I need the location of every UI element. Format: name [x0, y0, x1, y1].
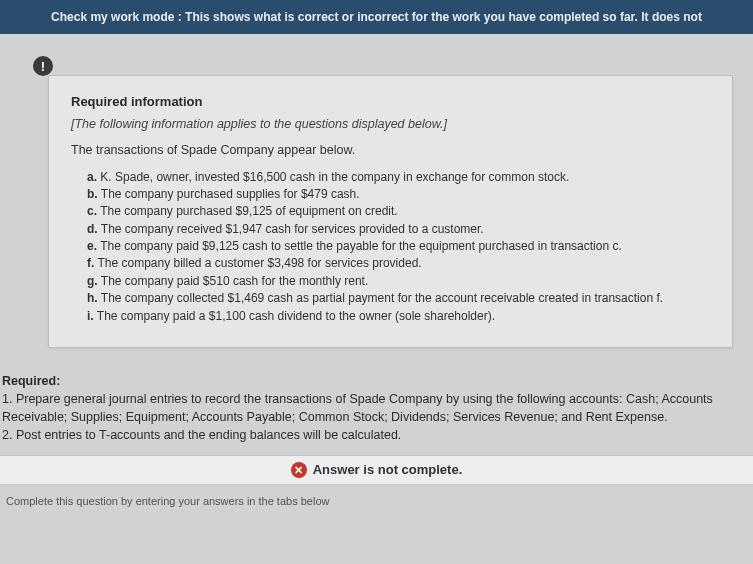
tx-text: The company collected $1,469 cash as par… — [101, 291, 663, 305]
x-circle-icon: ✕ — [291, 462, 307, 478]
list-item: f. The company billed a customer $3,498 … — [71, 255, 710, 272]
tx-letter: e. — [87, 239, 97, 253]
status-bar: ✕Answer is not complete. — [0, 455, 753, 486]
list-item: c. The company purchased $9,125 of equip… — [71, 203, 710, 220]
tx-text: The company paid $510 cash for the month… — [101, 274, 369, 288]
status-text: Answer is not complete. — [313, 462, 463, 477]
cutoff-instruction: Complete this question by entering your … — [6, 495, 753, 507]
required-info-card: Required information [The following info… — [48, 75, 733, 349]
tx-letter: c. — [87, 204, 97, 218]
content-wrapper: ! Required information [The following in… — [0, 34, 753, 507]
tx-letter: a. — [87, 170, 97, 184]
tx-text: The company purchased $9,125 of equipmen… — [100, 204, 398, 218]
required-item-2: 2. Post entries to T-accounts and the en… — [2, 428, 401, 442]
applies-note: [The following information applies to th… — [71, 117, 710, 131]
required-info-heading: Required information — [71, 94, 710, 109]
list-item: g. The company paid $510 cash for the mo… — [71, 273, 710, 290]
tx-text: The company received $1,947 cash for ser… — [101, 222, 484, 236]
tx-letter: g. — [87, 274, 98, 288]
transaction-list: a. K. Spade, owner, invested $16,500 cas… — [71, 169, 710, 326]
x-glyph: ✕ — [294, 464, 303, 477]
intro-text: The transactions of Spade Company appear… — [71, 143, 710, 157]
tx-text: The company purchased supplies for $479 … — [101, 187, 360, 201]
tx-letter: b. — [87, 187, 98, 201]
tx-letter: f. — [87, 256, 94, 270]
tx-letter: i. — [87, 309, 94, 323]
banner-text: Check my work mode : This shows what is … — [51, 10, 702, 24]
alert-icon: ! — [33, 56, 53, 76]
required-label: Required: — [2, 372, 749, 390]
check-work-banner: Check my work mode : This shows what is … — [0, 0, 753, 34]
tx-letter: h. — [87, 291, 98, 305]
list-item: e. The company paid $9,125 cash to settl… — [71, 238, 710, 255]
list-item: h. The company collected $1,469 cash as … — [71, 290, 710, 307]
tx-letter: d. — [87, 222, 98, 236]
tx-text: The company billed a customer $3,498 for… — [97, 256, 421, 270]
required-block: Required: 1. Prepare general journal ent… — [2, 372, 753, 445]
tx-text: K. Spade, owner, invested $16,500 cash i… — [100, 170, 569, 184]
list-item: a. K. Spade, owner, invested $16,500 cas… — [71, 169, 710, 186]
list-item: i. The company paid a $1,100 cash divide… — [71, 308, 710, 325]
alert-glyph: ! — [41, 59, 45, 74]
list-item: d. The company received $1,947 cash for … — [71, 221, 710, 238]
required-item-1: 1. Prepare general journal entries to re… — [2, 392, 713, 424]
list-item: b. The company purchased supplies for $4… — [71, 186, 710, 203]
tx-text: The company paid a $1,100 cash dividend … — [97, 309, 495, 323]
tx-text: The company paid $9,125 cash to settle t… — [100, 239, 622, 253]
